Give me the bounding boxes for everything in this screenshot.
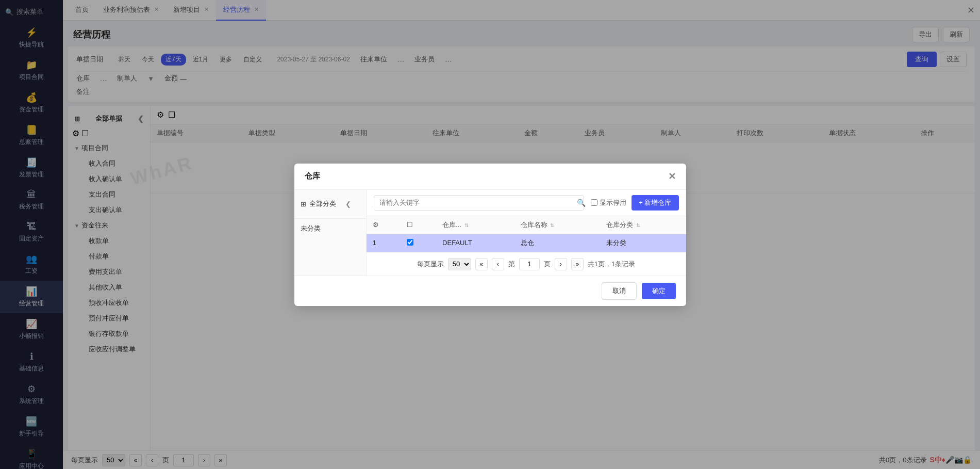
modal-page-suffix: 页 [544,260,551,269]
modal-left-panel: ⊞ 全部分类 ❮ 未分类 [294,190,367,276]
modal-warehouse: 仓库 ✕ ⊞ 全部分类 ❮ 未分类 🔍 [294,164,686,306]
modal-all-category-label: 全部分类 [309,199,336,208]
modal-warehouse-table: ⚙ ☐ 仓库... ⇅ 仓库名称 ⇅ 仓库分类 ⇅ [367,216,686,252]
modal-table-area: ⚙ ☐ 仓库... ⇅ 仓库名称 ⇅ 仓库分类 ⇅ [367,216,686,252]
modal-pagination: 每页显示 50 « ‹ 第 页 › » 共1页，1条记录 [367,252,686,276]
modal-close-button[interactable]: ✕ [668,171,676,182]
show-disabled-checkbox[interactable] [591,199,597,206]
modal-col-checkbox: ☐ [401,216,436,234]
modal-first-page[interactable]: « [475,258,488,270]
modal-last-page[interactable]: » [571,258,584,270]
modal-col-category: 仓库分类 ⇅ [600,216,686,234]
add-warehouse-button[interactable]: + 新增仓库 [632,195,678,211]
modal-uncategorized[interactable]: 未分类 [294,219,366,238]
modal-left-header: ⊞ 全部分类 ❮ [294,190,366,219]
modal-footer: 取消 确定 [294,276,686,306]
search-icon: 🔍 [577,199,586,207]
sort-icon-code: ⇅ [464,222,469,228]
modal-total-info: 共1页，1条记录 [588,260,635,269]
modal-page-size-select[interactable]: 50 [448,258,471,270]
modal-right-panel: 🔍 显示停用 + 新增仓库 ⚙ ☐ [367,190,686,276]
modal-collapse-btn[interactable]: ❮ [339,195,357,213]
modal-page-input[interactable] [519,258,540,270]
show-disabled-label[interactable]: 显示停用 [591,198,626,207]
modal-page-size-label: 每页显示 [417,260,444,269]
modal-table-row[interactable]: 1 DEFAULT 总仓 未分类 [367,234,686,252]
row-checkbox[interactable] [401,234,436,252]
cancel-button[interactable]: 取消 [602,282,637,300]
modal-col-name: 仓库名称 ⇅ [514,216,600,234]
modal-page-label: 第 [508,260,515,269]
show-disabled-text: 显示停用 [600,198,626,207]
row-num: 1 [367,234,401,252]
modal-title: 仓库 [305,171,320,181]
modal-search-input[interactable] [374,195,585,211]
sort-icon-name: ⇅ [550,222,554,228]
modal-col-settings[interactable]: ⚙ [367,216,401,234]
modal-next-page[interactable]: › [555,258,567,270]
row-name: 总仓 [514,234,600,252]
row-category: 未分类 [600,234,686,252]
sort-icon-category: ⇅ [636,222,640,228]
confirm-button[interactable]: 确定 [642,283,676,299]
modal-overlay: 仓库 ✕ ⊞ 全部分类 ❮ 未分类 🔍 [0,0,980,469]
modal-col-code: 仓库... ⇅ [436,216,514,234]
row-code: DEFAULT [436,234,514,252]
modal-grid-icon: ⊞ [301,200,306,208]
modal-header: 仓库 ✕ [294,164,686,190]
modal-prev-page[interactable]: ‹ [492,258,504,270]
modal-toolbar: 🔍 显示停用 + 新增仓库 [367,190,686,216]
modal-body: ⊞ 全部分类 ❮ 未分类 🔍 显示停用 + 新增仓库 [294,190,686,276]
